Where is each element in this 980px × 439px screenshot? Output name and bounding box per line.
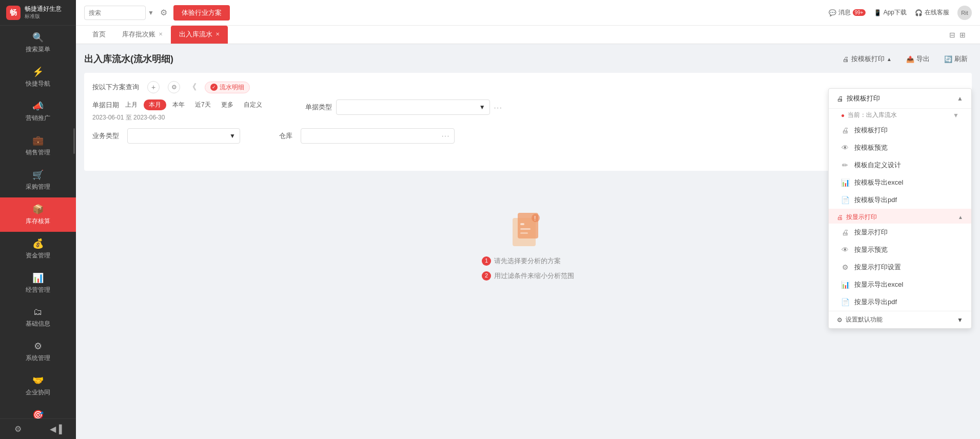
header-search-area: ▼ (84, 6, 154, 20)
sidebar-item-search[interactable]: 🔍 搜索菜单 (0, 26, 76, 60)
header-left: ▼ ⚙ 体验行业方案 (84, 5, 822, 21)
user-profile-button[interactable]: Rit (957, 6, 972, 20)
sidebar-item-marketing[interactable]: 📣 营销推广 (0, 94, 76, 129)
basic-info-icon: 🗂 (33, 307, 43, 317)
display-excel-icon: 📊 (841, 281, 849, 289)
warehouse-more-icon[interactable]: ··· (442, 132, 450, 139)
message-button[interactable]: 💬 消息 99+ (829, 8, 866, 17)
scheme-settings-btn[interactable]: ⚙ (168, 81, 180, 93)
marketing-icon: 📣 (32, 101, 44, 112)
sidebar-item-guide[interactable]: 🎯 新手引导 (0, 403, 76, 418)
date-btn-prev-month[interactable]: 上月 (121, 99, 142, 110)
date-btn-custom[interactable]: 自定义 (240, 99, 266, 110)
warehouse-label: 仓库 (279, 131, 292, 141)
print-item-template-print[interactable]: 🖨 按模板打印 (829, 122, 971, 139)
print-item-display-preview[interactable]: 👁 按显示预览 (829, 241, 971, 258)
sidebar-nav: 🔍 搜索菜单 ⚡ 快捷导航 📣 营销推广 💼 销售管理 🛒 采购管理 📦 库存核… (0, 26, 76, 418)
current-arrow-icon: ▼ (953, 112, 959, 119)
sidebar-settings-icon[interactable]: ⚙ (14, 424, 22, 434)
operations-icon: 📊 (32, 272, 44, 284)
online-service-button[interactable]: 🎧 在线客服 (915, 8, 949, 17)
print-item-display-excel[interactable]: 📊 按显示导出excel (829, 276, 971, 293)
export-btn[interactable]: 📤 导出 (902, 52, 934, 66)
dropdown-collapse-icon[interactable]: ▲ (957, 95, 963, 102)
print-current-label: ● 当前：出入库流水 ▼ (829, 109, 971, 122)
add-scheme-btn[interactable]: + (147, 81, 160, 93)
collapse-panel-btn[interactable]: 《 (188, 82, 197, 93)
template-preview-icon: 👁 (841, 144, 849, 152)
sidebar-item-system[interactable]: ⚙ 系统管理 (0, 334, 76, 369)
print-btn[interactable]: 🖨 按模板打印 ▲ (838, 52, 896, 66)
default-settings-icon: ⚙ (837, 316, 842, 324)
enterprise-icon: 🤝 (32, 375, 44, 386)
date-btn-7days[interactable]: 近7天 (191, 99, 215, 110)
refresh-icon: 🔄 (944, 55, 952, 63)
settings-gear-icon[interactable]: ⚙ (160, 8, 167, 17)
template-print-icon: 🖨 (841, 126, 849, 134)
display-pdf-icon: 📄 (841, 298, 849, 306)
sidebar: 畅 畅捷通好生意 标准版 🔍 搜索菜单 ⚡ 快捷导航 📣 营销推广 💼 销售管理… (0, 0, 76, 439)
tab-batch-account-close[interactable]: ✕ (159, 31, 163, 37)
app-download-button[interactable]: 📱 App下载 (874, 8, 907, 17)
print-chevron-up-icon: ▲ (887, 56, 892, 62)
tab-expand-icon[interactable]: ⊞ (959, 31, 966, 39)
date-range-display: 2023-06-01 至 2023-06-30 (92, 113, 266, 122)
print-dropdown-header: 🖨 按模板打印 ▲ (829, 89, 971, 109)
print-footer-default[interactable]: ⚙ 设置默认功能 ▼ (829, 311, 971, 328)
print-item-display-settings[interactable]: ⚙ 按显示打印设置 (829, 258, 971, 276)
sidebar-collapse-icon[interactable]: ◀▐ (50, 424, 62, 434)
trial-btn[interactable]: 体验行业方案 (173, 5, 230, 21)
print-item-display-print[interactable]: 🖨 按显示打印 (829, 224, 971, 241)
sidebar-item-enterprise[interactable]: 🤝 企业协同 (0, 369, 76, 403)
sidebar-item-basic-info[interactable]: 🗂 基础信息 (0, 301, 76, 334)
print-item-display-pdf[interactable]: 📄 按显示导出pdf (829, 293, 971, 311)
print-item-template-preview[interactable]: 👁 按模板预览 (829, 139, 971, 156)
tip-number-2: 2 (482, 271, 491, 281)
svg-text:!: ! (534, 215, 536, 222)
display-section-arrow-icon: ▲ (958, 214, 963, 220)
date-btn-more[interactable]: 更多 (217, 99, 238, 110)
header-right: 💬 消息 99+ 📱 App下载 🎧 在线客服 Rit (829, 6, 972, 20)
business-type-select[interactable]: ▼ (127, 128, 240, 144)
page-content: 出入库流水(流水明细) 🖨 按模板打印 ▲ 📤 导出 🔄 刷新 (76, 44, 980, 439)
bill-type-label: 单据类型 (305, 103, 332, 112)
bill-type-select[interactable]: ▼ (336, 99, 490, 115)
empty-illustration: ! (507, 208, 548, 249)
sidebar-item-inventory[interactable]: 📦 库存核算 (0, 197, 76, 232)
tag-icon: ✓ (210, 84, 218, 91)
print-item-template-excel[interactable]: 📊 按模板导出excel (829, 174, 971, 191)
date-btn-year[interactable]: 本年 (168, 99, 189, 110)
tab-home[interactable]: 首页 (84, 26, 114, 44)
bill-type-more-icon[interactable]: ··· (494, 104, 503, 111)
display-settings-icon: ⚙ (841, 263, 849, 271)
tip-number-1: 1 (482, 256, 491, 266)
print-dropdown-title: 🖨 按模板打印 (837, 94, 880, 103)
user-avatar: Rit (957, 6, 972, 20)
tab-batch-account[interactable]: 库存批次账 ✕ (114, 26, 171, 44)
sidebar-item-quick-nav[interactable]: ⚡ 快捷导航 (0, 60, 76, 94)
sidebar-item-operations[interactable]: 📊 经营管理 (0, 266, 76, 301)
search-dropdown-icon[interactable]: ▼ (148, 9, 154, 16)
refresh-btn[interactable]: 🔄 刷新 (940, 52, 972, 66)
print-item-template-pdf[interactable]: 📄 按模板导出pdf (829, 191, 971, 209)
tab-minimize-icon[interactable]: ⊟ (949, 31, 955, 39)
search-input[interactable] (84, 6, 146, 20)
filter-tag-flow-detail[interactable]: ✓ 流水明细 (205, 82, 250, 93)
sidebar-item-sales[interactable]: 💼 销售管理 (0, 129, 76, 163)
tab-flow[interactable]: 出入库流水 ✕ (171, 26, 228, 44)
sidebar-item-purchase[interactable]: 🛒 采购管理 (0, 163, 76, 197)
display-print-icon: 🖨 (841, 228, 849, 236)
system-icon: ⚙ (34, 341, 42, 352)
sidebar-item-finance[interactable]: 💰 资金管理 (0, 232, 76, 266)
date-btn-current-month[interactable]: 本月 (144, 99, 166, 110)
print-display-section-header[interactable]: 🖨 按显示打印 ▲ (829, 209, 971, 224)
bill-type-dropdown-icon: ▼ (479, 104, 485, 111)
print-icon: 🖨 (842, 55, 849, 63)
svg-rect-3 (520, 228, 531, 230)
warehouse-select[interactable]: ··· (301, 128, 455, 144)
tab-flow-close[interactable]: ✕ (215, 31, 220, 37)
service-icon: 🎧 (915, 9, 923, 16)
print-item-template-design[interactable]: ✏ 模板自定义设计 (829, 156, 971, 174)
template-design-icon: ✏ (841, 161, 849, 169)
finance-icon: 💰 (32, 238, 44, 249)
